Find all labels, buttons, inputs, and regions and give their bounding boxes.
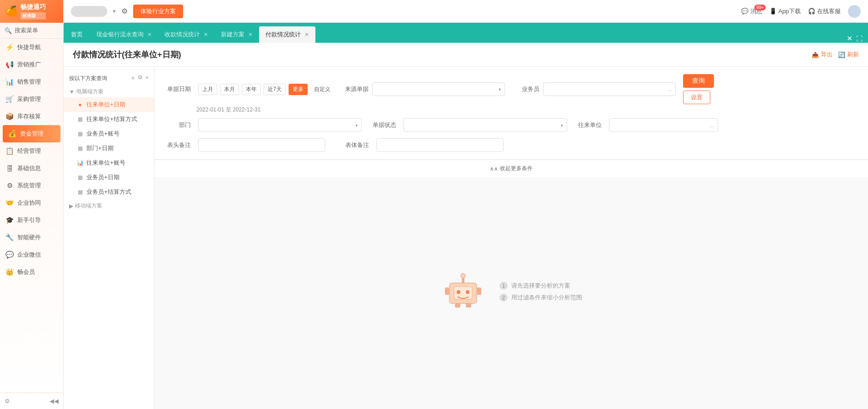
query-btn[interactable]: 查询 [683,74,714,88]
sidebar-item-basic-info[interactable]: 🗄 基础信息 [0,160,63,177]
sidebar-item-label: 销售管理 [17,78,41,86]
app-download-btn[interactable]: 📱 App下载 [769,7,801,15]
sidebar-item-inventory[interactable]: 📦 库存核算 [0,108,63,125]
source-doc-select[interactable]: ▾ [372,82,505,96]
tab-home[interactable]: 首页 [64,26,90,43]
sidebar: 🍊 畅捷通巧 标准版 🔍 搜索菜单 ⚡ 快捷导航 📢 营销推广 📊 销售管理 🛒… [0,0,64,409]
tab-receipt-stats-label: 收款情况统计 [165,30,200,39]
sidebar-item-system[interactable]: ⚙ 系统管理 [0,177,63,194]
mobile-scheme-group[interactable]: ▶ 移动端方案 [64,199,154,212]
scheme-staff-date[interactable]: ▦ 业务员+日期 [64,170,154,185]
svg-rect-6 [462,278,464,283]
scheme-staff-settle[interactable]: ▦ 业务员+结算方式 [64,185,154,199]
date-more[interactable]: 更多 [289,84,308,95]
scheme-item-label: 往来单位+结算方式 [86,115,137,123]
staff-select[interactable]: ... [543,82,676,96]
settings-btn[interactable]: 设置 [683,91,710,104]
scheme-dept-date[interactable]: ▦ 部门+日期 [64,141,154,156]
trial-btn[interactable]: 体验行业方案 [133,5,183,18]
scheme-unit-settle[interactable]: ▦ 往来单位+结算方式 [64,112,154,126]
online-service-btn[interactable]: 🎧 在线客服 [808,7,841,15]
date-this-year[interactable]: 本年 [242,84,261,95]
user-profile-avatar[interactable] [848,5,861,18]
date-custom[interactable]: 自定义 [310,84,334,95]
message-icon: 💬 [741,8,748,15]
settings-gear-icon[interactable]: ⚙ [121,7,128,15]
svg-point-3 [466,290,469,294]
tab-receipt-stats[interactable]: 收款情况统计 ✕ [158,26,215,43]
collapse-bar[interactable]: ∧∧ 收起更多条件 [155,160,868,177]
sidebar-item-quick-nav[interactable]: ⚡ 快捷导航 [0,39,63,56]
app-badge: 标准版 [20,12,46,20]
scheme-unit-account[interactable]: 📊 往来单位+账号 [64,156,154,170]
date-last-month[interactable]: 上月 [198,84,217,95]
sidebar-item-guide[interactable]: 🎓 新手引导 [0,212,63,229]
counterpart-label: 往来单位 [574,121,602,129]
left-panel-actions: + ⚙ « [131,74,149,82]
online-service-label: 在线客服 [817,7,841,15]
left-panel-header-label: 按以下方案查询 [69,75,107,82]
empty-state: 1 请先选择要分析的方案 2 用过滤条件来缩小分析范围 [440,269,582,318]
scheme-table-icon3: ▦ [76,145,84,152]
export-btn[interactable]: 📤 导出 [812,50,833,59]
page-header: 付款情况统计(往来单位+日期) 📤 导出 🔄 刷新 [64,43,868,67]
doc-status-select[interactable]: ▾ [404,118,567,132]
scheme-staff-account[interactable]: ▦ 业务员+账号 [64,126,154,141]
tab-new-plan-close[interactable]: ✕ [248,31,253,38]
sidebar-item-capital[interactable]: 💰 资金管理 [3,125,60,142]
sidebar-item-purchase[interactable]: 🛒 采购管理 [0,91,63,108]
date-this-month[interactable]: 本月 [220,84,239,95]
header-note-input[interactable] [198,138,325,152]
user-dropdown-arrow[interactable]: ▾ [113,8,116,15]
dept-label: 部门 [164,121,191,129]
desktop-scheme-group[interactable]: ▼ 电脑端方案 [64,85,154,97]
refresh-icon: 🔄 [838,51,845,58]
staff-arrow: ... [668,87,671,92]
footer-settings-icon[interactable]: ⚙ [5,398,10,404]
messages-badge: 99+ [754,5,766,10]
close-all-tabs-icon[interactable]: ✕ [847,34,853,43]
tab-receipt-stats-close[interactable]: ✕ [204,31,208,38]
tab-new-plan-label: 新建方案 [221,30,244,39]
sidebar-item-label: 采购管理 [17,95,41,103]
sidebar-item-marketing[interactable]: 📢 营销推广 [0,56,63,73]
tab-new-plan[interactable]: 新建方案 ✕ [215,26,259,43]
inventory-icon: 📦 [5,112,14,121]
sidebar-item-label: 企业协同 [17,199,41,207]
scheme-settings-icon[interactable]: ⚙ [138,74,143,82]
tab-payment-stats-close[interactable]: ✕ [304,31,309,38]
svg-rect-4 [445,288,449,295]
add-scheme-icon[interactable]: + [131,74,135,82]
sidebar-item-wechat[interactable]: 💬 企业微信 [0,246,63,263]
search-icon: 🔍 [5,27,12,34]
refresh-btn[interactable]: 🔄 刷新 [838,50,859,59]
scheme-active-icon: ● [76,101,84,108]
counterpart-select[interactable]: ... [609,118,718,132]
messages-btn[interactable]: 💬 消息 99+ [741,7,762,15]
sidebar-item-member[interactable]: 👑 畅会员 [0,263,63,281]
tab-bank-flow-close[interactable]: ✕ [147,31,152,38]
maximize-icon[interactable]: ⛶ [856,35,863,42]
sidebar-item-label: 库存核算 [17,112,41,121]
sidebar-item-label: 基础信息 [17,164,41,172]
sidebar-item-sales[interactable]: 📊 销售管理 [0,73,63,91]
sidebar-item-operations[interactable]: 📋 经营管理 [0,142,63,160]
footer-collapse-icon[interactable]: ◀◀ [50,398,59,404]
dept-select[interactable]: ▾ [198,118,362,132]
date-last-7days[interactable]: 近7天 [264,84,286,95]
mobile-group-label: 移动端方案 [75,202,102,210]
export-label: 导出 [821,50,833,59]
body-note-input[interactable] [376,138,504,152]
sidebar-item-label: 企业微信 [17,251,41,259]
scheme-chart-icon: 📊 [76,159,84,167]
scheme-unit-date[interactable]: ● 往来单位+日期 [64,97,154,112]
tab-bank-flow[interactable]: 现金银行流水查询 ✕ [90,26,158,43]
tab-payment-stats[interactable]: 付款情况统计 ✕ [259,26,315,43]
search-menu[interactable]: 🔍 搜索菜单 [0,23,63,39]
body-note-label: 表体备注 [342,141,369,149]
user-avatar [71,6,107,17]
sidebar-item-smart-hw[interactable]: 🔧 智能硬件 [0,229,63,246]
sidebar-item-label: 新手引导 [17,216,41,224]
scheme-collapse-icon[interactable]: « [145,74,149,82]
sidebar-item-enterprise[interactable]: 🤝 企业协同 [0,194,63,212]
